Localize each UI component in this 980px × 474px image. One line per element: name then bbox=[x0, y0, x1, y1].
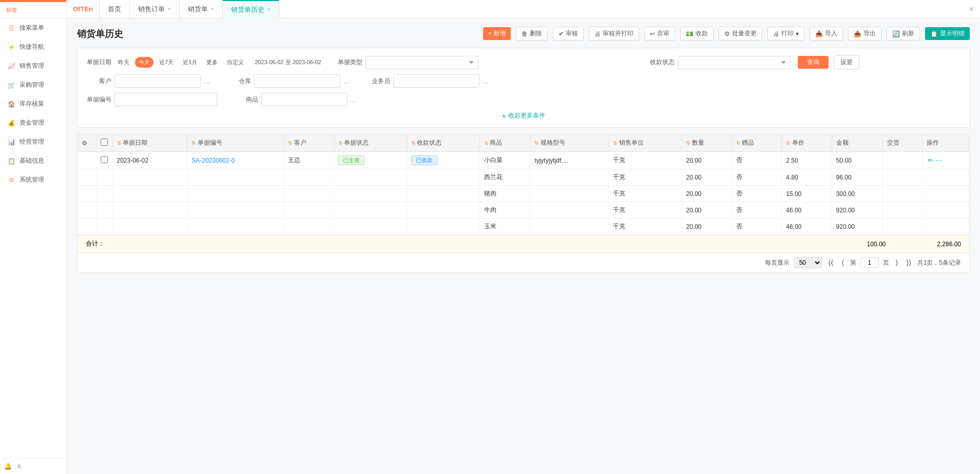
goods-input[interactable] bbox=[261, 93, 348, 106]
doc-no-link[interactable]: SA-20230602-0 bbox=[191, 157, 235, 164]
tab-sales-goods[interactable]: 销货单 × bbox=[180, 0, 223, 18]
doc-no-input[interactable] bbox=[114, 93, 217, 106]
page-prev-btn[interactable]: ⟨ bbox=[839, 258, 846, 268]
filter-row-2: 客户 ... 仓库 ... 业务员 ... bbox=[86, 74, 961, 88]
settings-gear-icon[interactable]: ⚙ bbox=[82, 140, 87, 147]
td-no-1 bbox=[187, 169, 284, 186]
td-pay-status-2 bbox=[407, 186, 479, 202]
filter-group-doc-type: 单据类型 bbox=[337, 56, 633, 69]
print-icon: 🖨 bbox=[773, 30, 779, 37]
tab-home[interactable]: 首页 bbox=[100, 0, 130, 18]
td-customer-0: 王总 bbox=[284, 152, 334, 169]
td-date-3 bbox=[112, 202, 187, 219]
page-next-btn[interactable]: ⟩ bbox=[893, 258, 900, 268]
tab-sales-order-close[interactable]: × bbox=[168, 6, 171, 12]
td-unit-2: 千克 bbox=[609, 186, 682, 202]
main-area: OfTEn 首页 销售订单 × 销货单 × 销货单历史 × × 销货单历史 + … bbox=[67, 0, 980, 474]
td-spec-1 bbox=[530, 169, 609, 186]
sidebar-item-basic-info[interactable]: 📋 基础信息 bbox=[0, 151, 66, 170]
tab-bar-close-all[interactable]: × bbox=[969, 5, 980, 14]
review-button[interactable]: ✔ 审核 bbox=[553, 27, 584, 41]
customer-input[interactable] bbox=[114, 74, 201, 88]
sidebar-bottom-icon1[interactable]: 🔔 bbox=[4, 463, 12, 470]
td-gift-0: 否 bbox=[732, 152, 781, 169]
td-price-0: 2.50 bbox=[782, 152, 832, 169]
print-button[interactable]: 🖨 打印 ▾ bbox=[767, 27, 804, 41]
payment-status-select[interactable] bbox=[678, 56, 791, 69]
import-button[interactable]: 📥 导入 bbox=[810, 27, 843, 41]
select-all-checkbox[interactable] bbox=[101, 139, 108, 146]
filter-group-staff: 业务员 ... bbox=[364, 74, 489, 88]
edit-action[interactable]: ✏ bbox=[928, 156, 933, 164]
sidebar-item-quick-nav[interactable]: ⚡ 快捷导航 bbox=[0, 37, 66, 56]
ops-icon: 📊 bbox=[7, 138, 15, 146]
td-customer-4 bbox=[284, 219, 334, 235]
tab-sales-history-label: 销货单历史 bbox=[231, 5, 264, 14]
tab-sales-history-close[interactable]: × bbox=[267, 7, 271, 12]
batch-change-button[interactable]: ⚙ 批量变更 bbox=[719, 27, 762, 41]
sidebar-bottom-icon2[interactable]: ⏸ bbox=[16, 463, 22, 470]
sidebar-item-sales-mgmt[interactable]: 📈 销售管理 bbox=[0, 56, 66, 75]
td-qty-2: 20.00 bbox=[682, 186, 732, 202]
td-amount-0: 50.00 bbox=[832, 152, 883, 169]
staff-ellipsis[interactable]: ... bbox=[483, 77, 489, 85]
delete-button[interactable]: 🗑 删除 bbox=[516, 27, 548, 41]
date-btn-7days[interactable]: 近7天 bbox=[156, 57, 177, 68]
doc-type-select[interactable] bbox=[366, 56, 478, 69]
row-checkbox[interactable] bbox=[101, 156, 108, 163]
sidebar-item-search-menu[interactable]: ☰ 搜索菜单 bbox=[0, 18, 66, 37]
td-gift-3: 否 bbox=[732, 202, 781, 219]
goods-ellipsis[interactable]: ... bbox=[351, 95, 357, 104]
tab-sales-goods-close[interactable]: × bbox=[211, 6, 214, 12]
date-btn-custom[interactable]: 自定义 bbox=[223, 57, 247, 68]
new-button[interactable]: + 新增 bbox=[483, 27, 511, 40]
td-settings-3 bbox=[78, 202, 96, 219]
query-button[interactable]: 查询 bbox=[798, 56, 829, 69]
page-input[interactable] bbox=[860, 258, 879, 268]
date-btn-more[interactable]: 更多 bbox=[203, 57, 221, 68]
sidebar-item-inventory[interactable]: 🏠 库存核算 bbox=[0, 94, 66, 113]
per-page-label: 每页显示 bbox=[765, 259, 790, 267]
page-last-btn[interactable]: ⟩⟩ bbox=[904, 258, 913, 268]
filter-row-1: 单据日期 昨天 今天 近7天 近1月 更多 自定义 2023-06-02 至 2… bbox=[86, 55, 961, 69]
date-btn-yesterday[interactable]: 昨天 bbox=[114, 57, 133, 68]
refresh-icon: 🔄 bbox=[892, 30, 900, 37]
export-icon: 📤 bbox=[854, 30, 861, 37]
goods-label: 商品 bbox=[233, 95, 258, 104]
export-button[interactable]: 📤 导出 bbox=[848, 27, 881, 41]
collect-button[interactable]: 💵 收款 bbox=[680, 27, 714, 41]
date-label: 单据日期 bbox=[86, 58, 111, 67]
search-menu-icon: ☰ bbox=[7, 24, 15, 32]
warehouse-input[interactable] bbox=[254, 74, 340, 88]
td-doc-status-4 bbox=[334, 219, 407, 235]
warehouse-ellipsis[interactable]: ... bbox=[343, 77, 350, 85]
settings-button[interactable]: 设置 bbox=[834, 55, 859, 69]
date-btn-today[interactable]: 今天 bbox=[135, 57, 153, 68]
tab-sales-order[interactable]: 销售订单 × bbox=[130, 0, 180, 18]
per-page-select[interactable]: 50 100 200 bbox=[794, 257, 822, 268]
sidebar-item-label: 搜索菜单 bbox=[20, 24, 44, 32]
customer-ellipsis[interactable]: ... bbox=[204, 77, 210, 85]
sidebar-item-purchase-mgmt[interactable]: 🛒 采购管理 bbox=[0, 75, 66, 94]
collapse-up-icon: ∧ bbox=[502, 112, 506, 120]
abandon-button[interactable]: ↩ 弃审 bbox=[644, 27, 675, 41]
tab-sales-history[interactable]: 销货单历史 × bbox=[223, 0, 279, 18]
sidebar-item-ops-mgmt[interactable]: 📊 经营管理 bbox=[0, 132, 66, 151]
sidebar-item-finance[interactable]: 💰 资金管理 bbox=[0, 113, 66, 132]
sidebar-item-sys-mgmt[interactable]: ⚙ 系统管理 bbox=[0, 170, 66, 189]
more-action[interactable]: ⋯ bbox=[935, 156, 942, 164]
page-first-btn[interactable]: ⟨⟨ bbox=[826, 258, 835, 268]
sidebar-logo: 标签 bbox=[0, 2, 66, 18]
collapse-button[interactable]: ∧ 收起更多条件 bbox=[86, 111, 961, 120]
td-action-2 bbox=[922, 186, 969, 202]
page-unit: 页 bbox=[883, 259, 889, 267]
review-print-button[interactable]: 🖨 审核并打印 bbox=[589, 27, 639, 41]
show-detail-button[interactable]: 📋 显示明细 bbox=[925, 27, 970, 40]
sidebar-item-label: 经营管理 bbox=[20, 137, 44, 146]
refresh-button[interactable]: 🔄 刷新 bbox=[887, 27, 920, 41]
td-unit-4: 千克 bbox=[609, 219, 682, 235]
staff-input[interactable] bbox=[393, 74, 479, 88]
td-customer-1 bbox=[284, 169, 334, 186]
date-btn-1month[interactable]: 近1月 bbox=[179, 57, 201, 68]
page-content: 销货单历史 + 新增 🗑 删除 ✔ 审核 🖨 审核并打印 ↩ 弃审 bbox=[67, 18, 980, 474]
